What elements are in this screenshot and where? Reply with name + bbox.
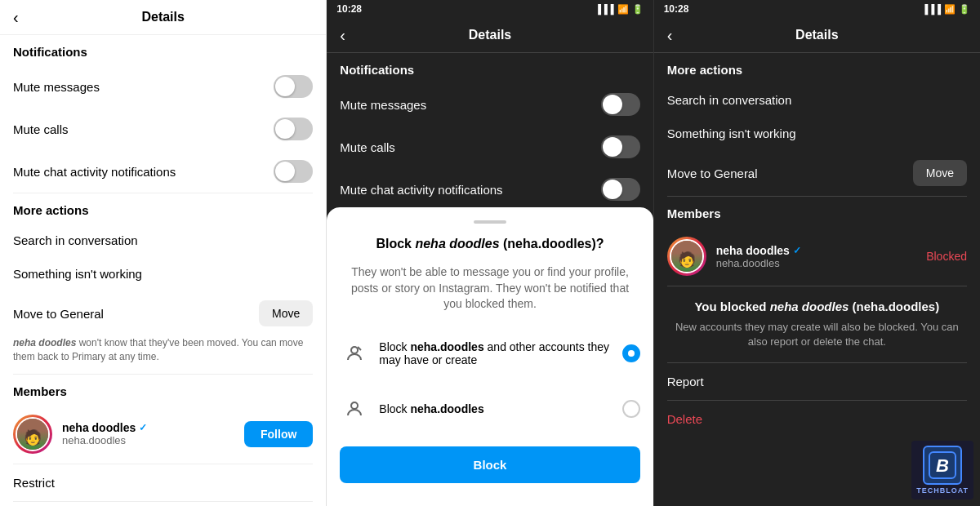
panel3-something-wrong-row[interactable]: Something isn't working — [654, 117, 980, 150]
panel1-move-button[interactable]: Move — [259, 300, 313, 326]
panel2-time: 10:28 — [336, 3, 362, 15]
panel1-mute-messages-row: Mute messages — [0, 65, 326, 108]
panel1-mute-messages-toggle[interactable] — [274, 75, 313, 98]
panel2-mute-calls-toggle[interactable] — [601, 135, 640, 158]
panel3-blocked-message: You blocked neha doodles (neha.doodles) … — [654, 286, 980, 362]
panel-dark-blocked: 10:28 ▐▐▐ 📶 🔋 ‹ Details More actions Sea… — [653, 0, 980, 506]
panel3-signal-icon: ▐▐▐ — [922, 4, 941, 14]
panel2-option2-icon — [340, 394, 369, 424]
panel3-wifi-icon: 📶 — [944, 4, 956, 15]
panel2-modal-handle — [474, 220, 506, 224]
panel2-option2-text: Block neha.doodles — [379, 402, 612, 415]
panel-dark-block: 10:28 ▐▐▐ 📶 🔋 ‹ Details Notifications Mu… — [327, 0, 653, 506]
panel2-header: ‹ Details — [327, 18, 653, 53]
panel3-battery-icon: 🔋 — [959, 4, 970, 15]
panel3-back-button[interactable]: ‹ — [667, 26, 673, 45]
panel3-more-actions-label: More actions — [654, 53, 980, 83]
panel3-members-label: Members — [654, 197, 980, 227]
panel1-mute-calls-toggle[interactable] — [274, 118, 313, 140]
panel3-avatar-inner: 🧑 — [670, 239, 704, 273]
panel2-wifi-icon: 📶 — [617, 4, 629, 15]
panel1-search-row[interactable]: Search in conversation — [0, 224, 326, 257]
panel2-mute-messages-row: Mute messages — [327, 83, 653, 126]
panel2-mute-messages-label: Mute messages — [340, 98, 426, 112]
watermark-box: B TECHBLOAT — [911, 441, 973, 499]
panel1-avatar: 🧑 — [13, 415, 52, 454]
panel3-title: Details — [795, 28, 838, 42]
panel1-title: Details — [141, 10, 184, 24]
panel3-header: ‹ Details — [654, 18, 980, 53]
panel1-notifications-label: Notifications — [0, 35, 326, 65]
panel2-option2[interactable]: Block neha.doodles — [327, 381, 653, 437]
watermark-logo-icon: B — [923, 446, 962, 485]
panel1-mute-calls-label: Mute calls — [13, 122, 69, 136]
panel1-member-name: neha doodles ✓ — [62, 421, 234, 434]
panel1-verified-badge: ✓ — [139, 422, 147, 433]
panel1-member-handle: neha.doodles — [62, 434, 234, 446]
panel2-back-button[interactable]: ‹ — [340, 26, 345, 45]
panel1-mute-messages-label: Mute messages — [13, 80, 100, 94]
panel1-more-actions-label: More actions — [0, 193, 326, 224]
panel1-mute-calls-row: Mute calls — [0, 108, 326, 150]
panel3-time: 10:28 — [664, 3, 689, 15]
panel1-move-general-label: Move to General — [13, 307, 104, 321]
watermark-brand-text: TECHBLOAT — [916, 486, 969, 495]
panel2-mute-chat-toggle[interactable] — [601, 178, 640, 201]
panel1-hint-text: neha doodles won't know that they've bee… — [0, 336, 326, 374]
panel2-block-modal: Block neha doodles (neha.doodles)? They … — [327, 207, 653, 506]
panel1-report-link[interactable]: Report — [0, 502, 326, 506]
panel1-avatar-figure: 🧑 — [17, 419, 48, 450]
panel2-status-bar: 10:28 ▐▐▐ 📶 🔋 — [327, 0, 653, 18]
panel1-something-wrong-row[interactable]: Something isn't working — [0, 257, 326, 291]
panel2-mute-calls-label: Mute calls — [340, 140, 395, 154]
panel1-back-button[interactable]: ‹ — [13, 8, 19, 27]
panel1-something-wrong-label: Something isn't working — [13, 267, 142, 281]
panel1-mute-chat-label: Mute chat activity notifications — [13, 165, 176, 179]
panel3-delete-link[interactable]: Delete — [654, 401, 980, 437]
panel2-option1-text: Block neha.doodles and other accounts th… — [379, 340, 612, 366]
panel3-content: More actions Search in conversation Some… — [654, 53, 980, 506]
panel2-block-button[interactable]: Block — [340, 446, 639, 483]
panel1-search-label: Search in conversation — [13, 233, 138, 247]
panel3-move-general-label: Move to General — [667, 166, 758, 180]
panel3-avatar: 🧑 — [667, 237, 706, 276]
panel2-option1-radio[interactable] — [622, 344, 640, 362]
panel1-avatar-inner: 🧑 — [16, 417, 50, 451]
watermark: B TECHBLOAT — [911, 441, 973, 499]
panel2-option2-radio[interactable] — [622, 400, 640, 418]
panel1-restrict-link[interactable]: Restrict — [0, 464, 326, 501]
panel1-mute-chat-toggle[interactable] — [274, 160, 313, 183]
panel3-avatar-figure: 🧑 — [671, 241, 702, 272]
panel2-mute-chat-row: Mute chat activity notifications — [327, 168, 653, 211]
svg-point-0 — [351, 347, 358, 353]
panel1-mute-chat-row: Mute chat activity notifications — [0, 150, 326, 193]
panel1-member-item: 🧑 neha doodles ✓ neha.doodles Follow — [0, 405, 326, 464]
panel2-notifications-label: Notifications — [327, 53, 653, 83]
panel3-blocked-label: Blocked — [926, 250, 967, 263]
panel3-blocked-title: You blocked neha doodles (neha.doodles) — [667, 300, 967, 313]
panel2-status-icons: ▐▐▐ 📶 🔋 — [595, 4, 643, 15]
panel3-search-row[interactable]: Search in conversation — [654, 83, 980, 117]
panel2-option1[interactable]: Block neha.doodles and other accounts th… — [327, 326, 653, 381]
panel3-blocked-body: New accounts they may create will also b… — [667, 320, 967, 349]
panel2-modal-title: Block neha doodles (neha.doodles)? — [327, 237, 653, 264]
panel3-verified-badge: ✓ — [793, 245, 801, 256]
panel-light: ‹ Details Notifications Mute messages Mu… — [0, 0, 327, 506]
panel2-title: Details — [469, 28, 511, 42]
panel3-move-button[interactable]: Move — [913, 160, 967, 186]
panel2-modal-body: They won't be able to message you or fin… — [327, 264, 653, 326]
panel2-option1-icon — [340, 339, 369, 368]
panel1-follow-button[interactable]: Follow — [244, 421, 313, 447]
panel3-report-link[interactable]: Report — [654, 363, 980, 400]
panel1-member-info: neha doodles ✓ neha.doodles — [62, 421, 234, 446]
panel1-content: Notifications Mute messages Mute calls M… — [0, 35, 326, 506]
panel2-battery-icon: 🔋 — [632, 4, 644, 15]
panel3-search-label: Search in conversation — [667, 93, 792, 107]
svg-text:B: B — [936, 455, 949, 476]
panel3-member-info: neha doodles ✓ neha.doodles — [716, 244, 917, 269]
panel2-mute-messages-toggle[interactable] — [601, 93, 640, 116]
panel2-mute-calls-row: Mute calls — [327, 126, 653, 168]
panel3-member-handle: neha.doodles — [716, 257, 917, 269]
svg-point-2 — [351, 402, 358, 409]
panel3-move-general-row: Move to General Move — [654, 150, 980, 196]
